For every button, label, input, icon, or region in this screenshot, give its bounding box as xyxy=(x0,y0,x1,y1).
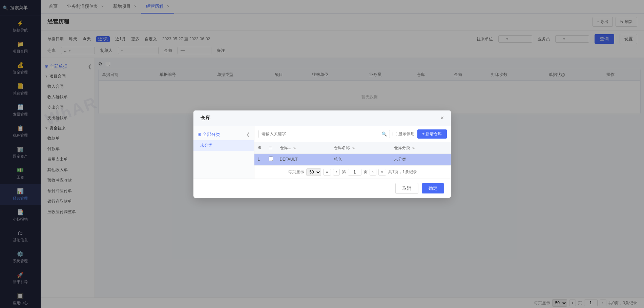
modal-all-category[interactable]: ⊞ 全部分类 ❮ xyxy=(193,129,254,140)
row-checkbox[interactable] xyxy=(265,153,276,165)
show-disabled-check[interactable] xyxy=(393,132,397,136)
modal-collapse-btn[interactable]: ❮ xyxy=(246,132,250,137)
modal-table-row[interactable]: 1 DEFAULT 总仓 未分类 xyxy=(254,153,451,165)
grid-icon-modal: ⊞ xyxy=(198,132,201,137)
modal-page-input[interactable] xyxy=(348,169,361,176)
modal-page-size-select[interactable]: 50 xyxy=(306,168,321,176)
warehouse-modal: 仓库 × ⊞ 全部分类 ❮ 未分类 🔍 显示停用 + xyxy=(193,110,451,198)
col-checkbox: ☐ xyxy=(265,142,276,154)
show-disabled-checkbox[interactable]: 显示停用 xyxy=(393,131,415,137)
modal-search-icon: 🔍 xyxy=(381,131,387,137)
modal-last-btn[interactable]: » xyxy=(378,169,386,176)
row-index: 1 xyxy=(254,153,265,165)
sort-icon-name: ⇅ xyxy=(352,146,355,150)
modal-pagination: 每页显示 50 « ‹ 第 页 › » 共1页，1条记录 xyxy=(254,165,451,179)
modal-table: ⚙ ☐ 仓库... ⇅ 仓库名称 ⇅ 仓库分类 xyxy=(254,142,451,165)
col-warehouse-id[interactable]: 仓库... ⇅ xyxy=(276,142,331,154)
modal-close-button[interactable]: × xyxy=(440,115,444,122)
modal-body: ⊞ 全部分类 ❮ 未分类 🔍 显示停用 + 新增仓库 xyxy=(193,126,451,179)
add-warehouse-button[interactable]: + 新增仓库 xyxy=(417,129,446,139)
modal-search-box: 🔍 xyxy=(258,130,390,138)
col-warehouse-category[interactable]: 仓库分类 ⇅ xyxy=(391,142,451,154)
modal-title: 仓库 xyxy=(200,115,210,121)
modal-footer: 取消 确定 xyxy=(193,179,451,198)
modal-first-btn[interactable]: « xyxy=(323,169,331,176)
modal-category-panel: ⊞ 全部分类 ❮ 未分类 xyxy=(193,126,254,179)
sort-icon-cat: ⇅ xyxy=(412,146,415,150)
modal-table-header: ⚙ ☐ 仓库... ⇅ 仓库名称 ⇅ 仓库分类 xyxy=(254,142,451,154)
col-warehouse-name[interactable]: 仓库名称 ⇅ xyxy=(330,142,391,154)
row-name: 总仓 xyxy=(330,153,391,165)
sort-icon-id: ⇅ xyxy=(293,146,296,150)
modal-toolbar: 🔍 显示停用 + 新增仓库 xyxy=(254,126,451,142)
row-category: 未分类 xyxy=(391,153,451,165)
modal-category-unclassified[interactable]: 未分类 xyxy=(193,140,254,151)
modal-table-panel: 🔍 显示停用 + 新增仓库 ⚙ ☐ 仓库... xyxy=(254,126,451,179)
confirm-button[interactable]: 确定 xyxy=(422,183,444,193)
col-gear: ⚙ xyxy=(254,142,265,154)
row-code: DEFAULT xyxy=(276,153,331,165)
modal-next-btn[interactable]: › xyxy=(370,169,376,176)
modal-search-input[interactable] xyxy=(262,131,380,136)
modal-header: 仓库 × xyxy=(193,110,451,126)
modal-table-wrap: ⚙ ☐ 仓库... ⇅ 仓库名称 ⇅ 仓库分类 xyxy=(254,142,451,165)
cancel-button[interactable]: 取消 xyxy=(395,183,418,194)
modal-prev-btn[interactable]: ‹ xyxy=(333,169,340,176)
